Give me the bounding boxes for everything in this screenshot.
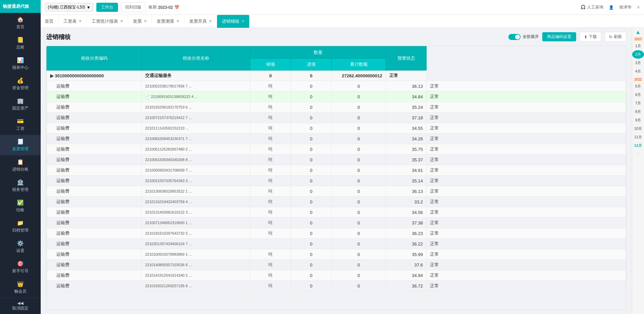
table-row-unit: 吨 xyxy=(250,81,291,92)
tab-invoice[interactable]: 发票 ✕ xyxy=(128,15,152,28)
col-tax-name: 税收分类名称 xyxy=(142,46,250,71)
tab-invoice-issue[interactable]: 发票开具 ✕ xyxy=(184,15,217,28)
calendar-month-feb-2023[interactable]: 2月 xyxy=(632,50,644,59)
tab-close-icon[interactable]: ✕ xyxy=(120,19,123,23)
table-row-sales: 0 xyxy=(291,123,332,134)
table-row-unit: 吨 xyxy=(250,218,291,228)
favorite-icon[interactable]: ♡ xyxy=(635,150,642,158)
table-row-item-name: 运输费 xyxy=(47,123,142,134)
table-row-unit xyxy=(250,239,291,249)
table-row-item-name: 运输费 xyxy=(47,197,142,207)
table-row-cumulative: 36.22 xyxy=(386,239,427,249)
tab-purchase-sale[interactable]: 进销稽核 ✕ xyxy=(217,15,250,28)
workspace-button[interactable]: 工作台 xyxy=(96,3,118,12)
sidebar-item-archive[interactable]: 📁 归档管理 xyxy=(0,216,41,237)
table-row-item-name: 运输费 xyxy=(47,144,142,155)
table-row-code: 📄 2210091503139659222 4 ... xyxy=(142,92,250,102)
table-row-cumulative: 36.72 xyxy=(386,281,427,291)
sidebar: 畅捷通易代账 🏠 首页 📒 总账 📊 报表中心 💰 资金管理 🏢 固定资产 💳 … xyxy=(0,0,41,314)
toggle-label-text: 全部展开 xyxy=(523,34,539,40)
sidebar-item-invoice[interactable]: 🧾 发票管理 xyxy=(0,135,41,155)
calendar-month-may-2022[interactable]: 5月 xyxy=(632,82,644,91)
sidebar-item-salary[interactable]: 💳 工资 xyxy=(0,115,41,135)
table-row-item-name: 运输费 xyxy=(47,113,142,123)
tab-close-icon[interactable]: ✕ xyxy=(241,19,245,23)
sidebar-item-member[interactable]: 👑 畅会员 xyxy=(0,277,41,298)
table-row-unit: 吨 xyxy=(250,102,291,113)
tab-home[interactable]: 首页 xyxy=(45,15,59,28)
sidebar-item-home[interactable]: 🏠 首页 xyxy=(0,13,41,33)
company-selector[interactable]: (勾稽) 江西报宝-LSS ▼ xyxy=(45,3,94,12)
close-button[interactable]: × xyxy=(637,4,640,11)
sidebar-item-ledger[interactable]: 📒 总账 xyxy=(0,33,41,54)
tab-salary-report[interactable]: 工资统计报表 ✕ xyxy=(87,15,128,28)
sales-icon: 📋 xyxy=(17,159,24,165)
calendar-month-mar-2023[interactable]: 3月 xyxy=(632,59,644,67)
calendar-icon[interactable]: 📅 xyxy=(174,5,179,10)
invoice-icon: 🧾 xyxy=(17,138,24,145)
table-row-item-name: 运输费 xyxy=(47,155,142,165)
page-main: 进销稽核 全部展开 商品编码设置 ⬇ 下载 ↻ 刷新 xyxy=(41,28,632,314)
table-row-code: 2210071349052319693 1 ... xyxy=(142,218,250,228)
table-row-sales: 0 xyxy=(291,228,332,239)
calendar-month-jan-2023[interactable]: 1月 xyxy=(632,42,644,50)
col-tax-code: 税收分类编码 xyxy=(47,46,142,71)
service-button[interactable]: 🎧 人工咨询 xyxy=(581,4,603,10)
sidebar-item-reports[interactable]: 📊 报表中心 xyxy=(0,54,41,74)
tab-label: 工资表 xyxy=(63,18,77,24)
calendar-month-aug-2022[interactable]: 8月 xyxy=(632,107,644,116)
sidebar-item-guide[interactable]: 🎯 新手引导 xyxy=(0,257,41,277)
tab-close-icon[interactable]: ✕ xyxy=(144,19,147,23)
switch-version-button[interactable]: 切到旧版 xyxy=(121,2,146,12)
tab-invoice-calc[interactable]: 发票测算 ✕ xyxy=(152,15,184,28)
table-row-status: 正常 xyxy=(427,113,626,123)
table-row-cumulative: 34.91 xyxy=(386,165,427,176)
table-row-sales: 0 xyxy=(291,186,332,197)
period-display: 账期 2023-02 📅 xyxy=(149,4,179,10)
calendar-month-sep-2022[interactable]: 9月 xyxy=(632,116,644,124)
sidebar-item-settlement[interactable]: ✅ 结账 xyxy=(0,196,41,216)
download-button[interactable]: ⬇ 下载 xyxy=(580,32,601,42)
product-code-button[interactable]: 商品编码设置 xyxy=(542,32,576,41)
table-row-unit: 吨 xyxy=(250,197,291,207)
sidebar-item-fund[interactable]: 💰 资金管理 xyxy=(0,74,41,94)
calendar-month-nov-2022[interactable]: 11月 xyxy=(632,133,644,141)
table-row-code: 2210021557035764363 3 ... xyxy=(142,176,250,186)
calendar-month-jul-2022[interactable]: 7月 xyxy=(632,99,644,107)
table-row-purchase: 0 xyxy=(332,197,386,207)
tab-close-icon[interactable]: ✕ xyxy=(79,19,82,23)
table-row-sales: 0 xyxy=(291,165,332,176)
table-row-purchase: 0 xyxy=(332,176,386,186)
sidebar-item-label: 新手引导 xyxy=(12,268,28,274)
tab-close-icon[interactable]: ✕ xyxy=(209,19,212,23)
page-title: 进销稽核 xyxy=(46,33,71,41)
sidebar-item-assets[interactable]: 🏢 固定资产 xyxy=(0,94,41,115)
table-row-purchase: 0 xyxy=(332,144,386,155)
table-row-item-name: 运输费 xyxy=(47,207,142,218)
col-purchase: 进项 xyxy=(291,59,332,71)
table-row-item-name: 运输费 xyxy=(47,102,142,113)
table-row-unit: 吨 xyxy=(250,92,291,102)
calendar-month-jun-2022[interactable]: 6月 xyxy=(632,91,644,99)
table-row-sales: 0 xyxy=(291,281,332,291)
data-table: 税收分类编码 税收分类名称 数量 预警状态 销项 进项 累计数额 ▶ 3 xyxy=(46,46,626,310)
table-row-cumulative: 37.6 xyxy=(386,260,427,270)
calendar-month-oct-2022[interactable]: 10月 xyxy=(632,124,644,133)
refresh-button[interactable]: ↻ 刷新 xyxy=(605,32,626,42)
scroll-up-button[interactable]: ▲ xyxy=(632,28,644,37)
sidebar-item-sales[interactable]: 📋 进销台账 xyxy=(0,155,41,176)
sidebar-item-tax[interactable]: 🏦 税务管理 xyxy=(0,176,41,196)
calendar-month-dec-2022[interactable]: 12月 xyxy=(632,141,644,150)
sidebar-item-settings[interactable]: ⚙️ 设置 xyxy=(0,237,41,257)
topbar-right: 🎧 人工咨询 👤 徐泽华 × xyxy=(581,4,640,11)
expand-all-toggle[interactable]: 全部展开 xyxy=(508,34,539,40)
table-row-purchase: 0 xyxy=(332,270,386,281)
sidebar-bottom-unpin[interactable]: ◀◀ 取消固定 xyxy=(0,298,41,314)
tab-salary-table[interactable]: 工资表 ✕ xyxy=(59,15,87,28)
table-row-unit: 吨 xyxy=(250,123,291,134)
calendar-month-apr-2023[interactable]: 4月 xyxy=(632,67,644,76)
tab-close-icon[interactable]: ✕ xyxy=(176,19,179,23)
table-row-status: 正常 xyxy=(427,228,626,239)
toggle-switch[interactable] xyxy=(508,34,521,40)
table-row-sales: 0 xyxy=(250,71,291,81)
